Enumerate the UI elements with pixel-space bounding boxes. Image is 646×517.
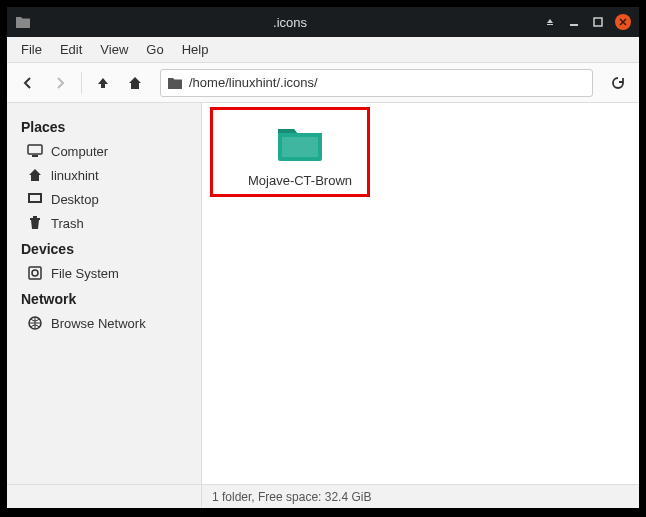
forward-button[interactable] (47, 70, 73, 96)
statusbar-row: 1 folder, Free space: 32.4 GiB (7, 484, 639, 508)
sidebar-item-label: Trash (51, 216, 84, 231)
path-bar[interactable]: /home/linuxhint/.icons/ (160, 69, 593, 97)
network-header: Network (7, 285, 201, 311)
sidebar-item-desktop[interactable]: Desktop (7, 187, 201, 211)
titlebar: .icons (7, 7, 639, 37)
window-title: .icons (37, 15, 543, 30)
sidebar-item-filesystem[interactable]: File System (7, 261, 201, 285)
svg-point-8 (32, 270, 38, 276)
sidebar: Places Computer linuxhint Desktop (7, 103, 202, 484)
toolbar: /home/linuxhint/.icons/ (7, 63, 639, 103)
svg-rect-7 (29, 267, 41, 279)
maximize-button[interactable] (591, 15, 605, 29)
globe-icon (27, 315, 43, 331)
sidebar-item-label: Browse Network (51, 316, 146, 331)
menu-file[interactable]: File (13, 39, 50, 60)
back-button[interactable] (15, 70, 41, 96)
svg-rect-3 (28, 145, 42, 154)
file-manager-window: .icons File Edit View Go Help (6, 6, 640, 509)
close-button[interactable] (615, 14, 631, 30)
reload-button[interactable] (605, 70, 631, 96)
svg-rect-2 (594, 18, 602, 26)
sidebar-item-label: linuxhint (51, 168, 99, 183)
svg-rect-1 (570, 24, 578, 26)
devices-header: Devices (7, 235, 201, 261)
statusbar-text: 1 folder, Free space: 32.4 GiB (212, 490, 371, 504)
menu-edit[interactable]: Edit (52, 39, 90, 60)
sidebar-item-computer[interactable]: Computer (7, 139, 201, 163)
titlebar-folder-icon (15, 14, 31, 30)
sidebar-item-home[interactable]: linuxhint (7, 163, 201, 187)
svg-rect-0 (547, 24, 553, 25)
minimize-button[interactable] (567, 15, 581, 29)
svg-rect-4 (32, 155, 38, 157)
menu-help[interactable]: Help (174, 39, 217, 60)
path-text: /home/linuxhint/.icons/ (189, 75, 318, 90)
trash-icon (27, 215, 43, 231)
svg-rect-6 (30, 195, 40, 201)
main-body: Places Computer linuxhint Desktop (7, 103, 639, 484)
content-area[interactable]: Mojave-CT-Brown (202, 103, 639, 484)
pathbar-folder-icon (167, 75, 183, 91)
statusbar-sidebar-fill (7, 484, 202, 508)
svg-rect-10 (282, 137, 318, 157)
sidebar-item-label: Desktop (51, 192, 99, 207)
menubar: File Edit View Go Help (7, 37, 639, 63)
monitor-icon (27, 143, 43, 159)
folder-item-mojave-ct-brown[interactable]: Mojave-CT-Brown (230, 117, 370, 194)
up-button[interactable] (90, 70, 116, 96)
folder-label: Mojave-CT-Brown (248, 173, 352, 188)
menu-view[interactable]: View (92, 39, 136, 60)
disk-icon (27, 265, 43, 281)
sidebar-item-browse-network[interactable]: Browse Network (7, 311, 201, 335)
statusbar: 1 folder, Free space: 32.4 GiB (202, 484, 639, 508)
window-controls (543, 14, 631, 30)
home-icon (27, 167, 43, 183)
toolbar-separator (81, 72, 82, 94)
places-header: Places (7, 113, 201, 139)
sidebar-item-label: Computer (51, 144, 108, 159)
sidebar-item-trash[interactable]: Trash (7, 211, 201, 235)
home-button[interactable] (122, 70, 148, 96)
sidebar-item-label: File System (51, 266, 119, 281)
always-on-top-button[interactable] (543, 15, 557, 29)
folder-icon (276, 123, 324, 167)
desktop-icon (27, 191, 43, 207)
menu-go[interactable]: Go (138, 39, 171, 60)
